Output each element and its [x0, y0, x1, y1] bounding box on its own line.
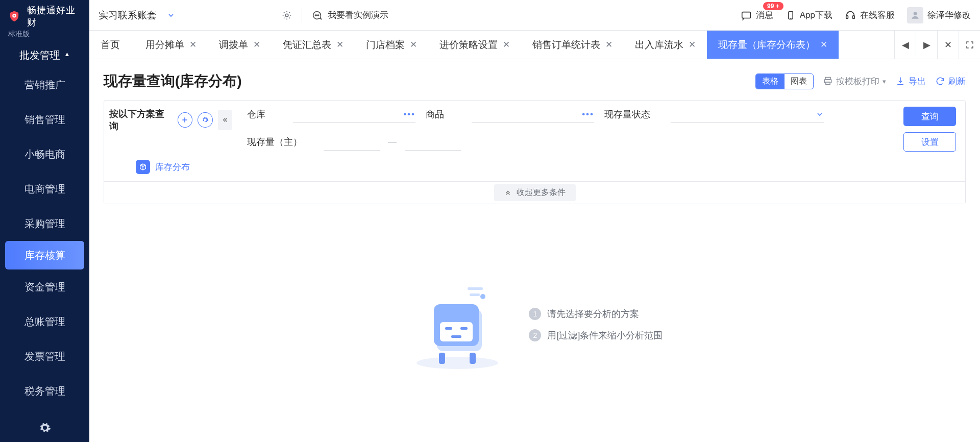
settings-button[interactable]: 设置 — [903, 132, 956, 152]
sidebar-settings[interactable] — [0, 413, 89, 442]
filter-warehouse[interactable]: 仓库 ••• — [247, 106, 415, 123]
add-plan-button[interactable] — [178, 112, 192, 128]
tab-label: 门店档案 — [366, 38, 405, 52]
filter-qty-label: 现存量（主） — [247, 136, 313, 148]
account-selector[interactable]: 实习联系账套 — [99, 9, 272, 22]
view-toggle-chart[interactable]: 图表 — [785, 74, 813, 89]
svg-point-3 — [315, 15, 316, 16]
sidebar-item-0[interactable]: 营销推广 — [0, 67, 89, 102]
brand-block: 畅捷通好业财 — [0, 0, 89, 30]
tab-3[interactable]: 凭证汇总表✕ — [272, 31, 355, 59]
tab-8[interactable]: 现存量（库存分布表）✕ — [707, 31, 839, 59]
sidebar-item-7[interactable]: 总账管理 — [0, 304, 89, 339]
print-label: 按模板打印 — [836, 76, 879, 87]
svg-point-24 — [480, 294, 485, 299]
sidebar-item-9[interactable]: 税务管理 — [0, 374, 89, 408]
caret-up-icon: ▲ — [64, 51, 70, 58]
header-app-label: App下载 — [800, 9, 832, 21]
demo-link[interactable]: 我要看实例演示 — [311, 9, 388, 21]
plan-item[interactable]: 库存分布 — [104, 156, 965, 181]
sidebar-category[interactable]: 批发管理 ▲ — [0, 43, 89, 67]
tab-2[interactable]: 调拨单✕ — [208, 31, 272, 59]
cube-icon — [136, 160, 150, 174]
close-icon[interactable]: ✕ — [820, 39, 827, 50]
page-title: 现存量查询(库存分布) — [104, 71, 242, 91]
brand-logo-icon — [7, 9, 22, 24]
tab-1[interactable]: 用分摊单✕ — [134, 31, 208, 59]
sidebar-item-3[interactable]: 电商管理 — [0, 171, 89, 206]
filter-product[interactable]: 商品 ••• — [426, 106, 594, 123]
sidebar-item-2[interactable]: 小畅电商 — [0, 137, 89, 171]
sidebar-item-1[interactable]: 销售管理 — [0, 102, 89, 137]
tab-6[interactable]: 销售订单统计表✕ — [521, 31, 624, 59]
tab-label: 调拨单 — [219, 38, 248, 52]
tab-0[interactable]: 首页 — [89, 31, 134, 59]
close-icon[interactable]: ✕ — [503, 39, 510, 50]
close-icon[interactable]: ✕ — [605, 39, 612, 50]
filter-product-label: 商品 — [426, 108, 461, 120]
tab-label: 首页 — [101, 38, 120, 52]
svg-point-11 — [914, 12, 917, 15]
svg-rect-22 — [460, 327, 468, 330]
tabs-fullscreen[interactable] — [959, 31, 980, 59]
chevron-down-icon: ▾ — [883, 78, 886, 85]
header-support-label: 在线客服 — [860, 9, 895, 21]
tab-7[interactable]: 出入库流水✕ — [624, 31, 707, 59]
account-settings-icon[interactable] — [281, 10, 292, 21]
close-icon[interactable]: ✕ — [410, 39, 417, 50]
close-icon[interactable]: ✕ — [189, 39, 197, 50]
header-support[interactable]: 在线客服 — [845, 9, 895, 21]
account-name: 实习联系账套 — [99, 9, 157, 22]
view-toggle-table[interactable]: 表格 — [756, 74, 785, 89]
filter-status[interactable]: 现存量状态 — [604, 106, 824, 123]
print-button[interactable]: 按模板打印 ▾ — [823, 76, 886, 87]
toggle-more-filters[interactable]: 收起更多条件 — [494, 184, 576, 201]
phone-icon — [786, 10, 796, 21]
empty-step-2-text: 用[过滤]条件来缩小分析范围 — [547, 329, 663, 341]
notification-badge: 99 + — [763, 2, 783, 10]
header-messages[interactable]: 消息 99 + — [741, 9, 773, 21]
header-user[interactable]: 徐泽华修改 — [907, 7, 971, 23]
header-messages-label: 消息 — [756, 9, 773, 21]
tab-label: 凭证汇总表 — [283, 38, 331, 52]
svg-rect-26 — [470, 293, 480, 296]
tabs-close-all[interactable]: ✕ — [937, 31, 959, 59]
refresh-button[interactable]: 刷新 — [935, 76, 966, 87]
svg-point-17 — [416, 357, 498, 369]
chevron-down-icon — [816, 110, 824, 118]
empty-step-1: 1 请先选择要分析的方案 — [529, 308, 663, 320]
filter-warehouse-label: 仓库 — [247, 108, 283, 120]
header-app-download[interactable]: App下载 — [786, 9, 832, 21]
tabs-next[interactable]: ▶ — [916, 31, 937, 59]
close-icon[interactable]: ✕ — [689, 39, 696, 50]
svg-point-5 — [318, 15, 319, 16]
chevron-down-icon — [167, 11, 175, 19]
brand-name: 畅捷通好业财 — [27, 4, 82, 29]
export-button[interactable]: 导出 — [895, 76, 926, 87]
filter-qty-from[interactable] — [324, 133, 380, 151]
filter-panel: 按以下方案查询 仓库 — [104, 100, 966, 204]
filter-qty-to[interactable] — [405, 133, 461, 151]
empty-step-2: 2 用[过滤]条件来缩小分析范围 — [529, 329, 663, 341]
sidebar-item-6[interactable]: 资金管理 — [0, 269, 89, 304]
print-icon — [823, 76, 833, 86]
query-button[interactable]: 查询 — [903, 107, 956, 126]
sidebar-item-4[interactable]: 采购管理 — [0, 206, 89, 241]
tabs-prev[interactable]: ◀ — [894, 31, 916, 59]
tab-5[interactable]: 进价策略设置✕ — [428, 31, 521, 59]
empty-illustration-icon — [406, 276, 508, 373]
svg-rect-10 — [853, 15, 855, 18]
close-icon[interactable]: ✕ — [336, 39, 344, 50]
tab-label: 出入库流水 — [635, 38, 683, 52]
collapse-plans-button[interactable] — [218, 110, 232, 130]
filter-panel-label: 按以下方案查询 — [109, 108, 173, 132]
sidebar-item-8[interactable]: 发票管理 — [0, 339, 89, 374]
sidebar-item-5[interactable]: 库存核算 — [5, 241, 84, 269]
plan-settings-button[interactable] — [198, 112, 212, 128]
demo-label: 我要看实例演示 — [328, 9, 388, 21]
tab-4[interactable]: 门店档案✕ — [355, 31, 428, 59]
filter-qty[interactable]: 现存量（主） — — [247, 133, 461, 151]
view-toggle: 表格 图表 — [755, 73, 814, 89]
close-icon[interactable]: ✕ — [253, 39, 260, 50]
sidebar-category-label: 批发管理 — [19, 48, 60, 62]
